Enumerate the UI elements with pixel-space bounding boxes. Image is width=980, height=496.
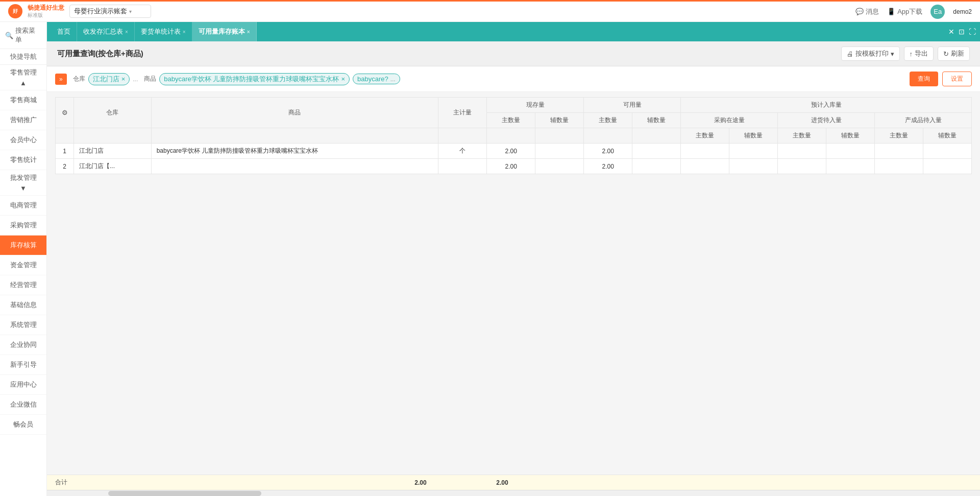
product-tag-text: babycare学饮杯 儿童防摔防撞吸管杯重力球吸嘴杯宝宝水杯 (164, 75, 339, 84)
scroll-bar-area (47, 490, 980, 496)
sidebar-item-label: 批发管理 (10, 173, 37, 182)
tab-order-stats[interactable]: 要货单统计表 × (135, 22, 192, 41)
sidebar-item-purchase[interactable]: 采购管理 (0, 216, 46, 235)
page-title: 可用量查询(按仓库+商品) (57, 49, 143, 59)
th-stock-main: 主数量 (487, 113, 535, 128)
close-icon[interactable]: × (125, 29, 128, 35)
logo-text: 好 (13, 8, 18, 15)
footer-values: 2.00 2.00 (106, 479, 564, 486)
sidebar-item-inventory[interactable]: 库存核算 (0, 235, 46, 255)
td-purchase-main (681, 144, 729, 159)
sidebar-item-retail-mall[interactable]: 零售商城 (0, 90, 46, 110)
sidebar-search[interactable]: 🔍 搜索菜单 (0, 22, 46, 49)
th-empty2 (74, 128, 152, 144)
th-empty5 (487, 128, 535, 144)
sidebar-item-label: 营销推广 (10, 115, 37, 125)
td-production-main (875, 144, 923, 159)
th-empty7 (584, 128, 632, 144)
remove-warehouse-tag[interactable]: × (121, 75, 126, 83)
tab-receipt-summary[interactable]: 收发存汇总表 × (77, 22, 135, 41)
sidebar-item-finance[interactable]: 资金管理 (0, 255, 46, 275)
footer-stock-aux (441, 479, 482, 486)
account-dropdown[interactable]: 母婴行业演示账套 ▾ (69, 5, 151, 18)
td-stock-main: 2.00 (487, 159, 535, 174)
sidebar-item-label: 企业微信 (10, 400, 37, 409)
minimize-button[interactable]: ⊡ (959, 28, 965, 36)
top-bar-left: 好 畅捷通好生意 标准版 母婴行业演示账套 ▾ (8, 4, 151, 18)
td-unit: 个 (438, 144, 487, 159)
sidebar-item-operations[interactable]: 经营管理 (0, 275, 46, 295)
td-purchase-aux (729, 159, 778, 174)
content-area: 首页 收发存汇总表 × 要货单统计表 × 可用量库存账本 × ✕ ⊡ ⛶ (47, 22, 980, 496)
app-download-button[interactable]: 📱 App下载 (887, 7, 922, 16)
avatar[interactable]: Ea (930, 5, 945, 19)
product-tag1: babycare学饮杯 儿童防摔防撞吸管杯重力球吸嘴杯宝宝水杯 × (159, 73, 350, 85)
sidebar-item-system[interactable]: 系统管理 (0, 315, 46, 335)
setting-button[interactable]: 设置 (942, 72, 972, 86)
filter-expand-button[interactable]: » (55, 74, 67, 85)
filter-bar: » 仓库 江北门店 × ... 商品 babycare学饮杯 儿童防摔防撞吸管杯… (47, 66, 980, 92)
fullscreen-button[interactable]: ⛶ (969, 28, 976, 36)
sidebar-item-label: 库存核算 (10, 241, 37, 250)
print-label: 按模板打印 (855, 49, 889, 58)
sidebar-quick-nav[interactable]: 快捷导航 (0, 49, 46, 65)
th-settings[interactable]: ⚙ (56, 98, 74, 128)
sidebar-item-label: 会员中心 (10, 135, 37, 145)
td-incoming-main (778, 159, 826, 174)
sidebar-item-wholesale-manage[interactable]: 批发管理 ▼ (0, 170, 46, 196)
th-stock-group: 现存量 (487, 98, 584, 113)
footer-stock-main: 2.00 (400, 479, 441, 486)
gear-icon[interactable]: ⚙ (62, 109, 68, 116)
tab-home[interactable]: 首页 (51, 22, 77, 41)
th-incoming-aux: 辅数量 (826, 128, 875, 144)
td-product (151, 159, 438, 174)
product-tag2: babycare? ... (353, 74, 400, 84)
sidebar-item-label: 畅会员 (13, 420, 33, 429)
td-stock-aux (535, 144, 584, 159)
sidebar-item-app-center[interactable]: 应用中心 (0, 375, 46, 395)
table-row: 2 江北门店【... 2.00 2.00 (56, 159, 972, 174)
td-no: 1 (56, 144, 74, 159)
refresh-button[interactable]: ↻ 刷新 (938, 46, 970, 61)
td-warehouse: 江北门店 (74, 144, 152, 159)
message-button[interactable]: 💬 消息 (855, 7, 879, 16)
td-stock-main: 2.00 (487, 144, 535, 159)
sidebar-item-member[interactable]: 会员中心 (0, 130, 46, 150)
sidebar-item-member2[interactable]: 畅会员 (0, 415, 46, 435)
close-icon[interactable]: × (247, 29, 250, 35)
product-more[interactable]: ... (390, 76, 396, 83)
sidebar-item-enterprise[interactable]: 企业协同 (0, 335, 46, 355)
filter-actions: 查询 设置 (910, 72, 972, 86)
sidebar-item-label: 经营管理 (10, 280, 37, 290)
td-avail-main: 2.00 (584, 159, 632, 174)
sidebar-item-basic-info[interactable]: 基础信息 (0, 295, 46, 315)
main-layout: 🔍 搜索菜单 快捷导航 零售管理 ▲ 零售商城 营销推广 会员中心 零售统计 批… (0, 22, 980, 496)
td-avail-aux (632, 159, 681, 174)
export-button[interactable]: ↑ 导出 (904, 46, 934, 61)
remove-product-tag1[interactable]: × (341, 75, 345, 83)
sidebar-item-label: 应用中心 (10, 380, 37, 389)
sidebar-item-retail-stats[interactable]: 零售统计 (0, 150, 46, 170)
warehouse-more[interactable]: ... (133, 76, 138, 83)
tab-controls: ✕ ⊡ ⛶ (948, 28, 976, 36)
sidebar-item-wechat[interactable]: 企业微信 (0, 395, 46, 415)
sidebar-item-label: 采购管理 (10, 221, 37, 230)
sidebar-item-retail-manage[interactable]: 零售管理 ▲ (0, 65, 46, 90)
sidebar-item-marketing[interactable]: 营销推广 (0, 110, 46, 130)
search-button[interactable]: 查询 (910, 72, 938, 86)
table-footer: 合计 2.00 2.00 (47, 475, 980, 490)
th-avail-main: 主数量 (584, 113, 632, 128)
sidebar-item-ecommerce[interactable]: 电商管理 (0, 196, 46, 216)
page-actions: 🖨 按模板打印 ▾ ↑ 导出 ↻ 刷新 (841, 46, 970, 61)
sidebar: 🔍 搜索菜单 快捷导航 零售管理 ▲ 零售商城 营销推广 会员中心 零售统计 批… (0, 22, 47, 496)
export-icon: ↑ (910, 50, 913, 58)
close-icon[interactable]: × (183, 29, 186, 35)
th-empty6 (535, 128, 584, 144)
print-button[interactable]: 🖨 按模板打印 ▾ (841, 46, 900, 61)
close-tab-button[interactable]: ✕ (948, 28, 954, 36)
tab-available-qty[interactable]: 可用量库存账本 × (192, 22, 257, 41)
sidebar-item-label: 零售管理 (10, 68, 37, 77)
th-incoming-group: 进货待入量 (778, 113, 875, 128)
th-incoming-main: 主数量 (778, 128, 826, 144)
sidebar-item-guide[interactable]: 新手引导 (0, 355, 46, 375)
